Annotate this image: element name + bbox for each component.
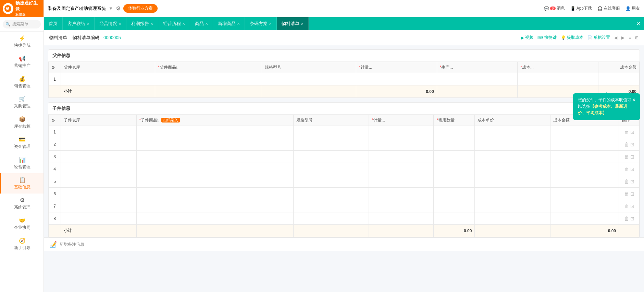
cell-child-unit-cost[interactable] <box>475 200 550 212</box>
cell-child-spec[interactable] <box>293 126 369 138</box>
shortcuts-action[interactable]: ⌨ 快捷键 <box>537 35 557 40</box>
view-toggle[interactable]: ≡ <box>629 35 631 40</box>
cell-child-product[interactable] <box>136 212 293 225</box>
cell-child-unit[interactable] <box>369 175 434 188</box>
cell-child-cost-amount[interactable] <box>550 200 619 212</box>
copy-icon[interactable]: ⊡ <box>630 142 634 147</box>
delete-icon[interactable]: 🗑 <box>624 142 629 147</box>
cell-child-warehouse[interactable] <box>61 175 137 188</box>
delete-icon[interactable]: 🗑 <box>624 203 629 209</box>
cell-child-product[interactable] <box>136 188 293 200</box>
cell-child-spec[interactable] <box>293 175 369 188</box>
app-download-item[interactable]: 📱 App下载 <box>570 5 592 11</box>
sidebar-item-purchase[interactable]: 🛒 采购管理 <box>0 92 44 113</box>
cell-child-product[interactable] <box>136 138 293 151</box>
close-icon[interactable]: ✕ <box>119 22 121 26</box>
cell-child-unit[interactable] <box>369 126 434 138</box>
search-bar[interactable]: 🔍 搜索菜单 <box>3 20 41 28</box>
dropdown-arrow[interactable]: ▼ <box>109 6 113 11</box>
sidebar-item-system[interactable]: ⚙ 系统管理 <box>0 194 44 214</box>
tab-products[interactable]: 商品✕ <box>190 17 213 30</box>
close-icon[interactable]: ✕ <box>237 22 240 26</box>
cell-child-quantity[interactable] <box>434 200 475 212</box>
copy-icon[interactable]: ⊡ <box>630 154 634 160</box>
cell-child-cost-amount[interactable] <box>550 138 619 151</box>
cell-child-product[interactable] <box>136 126 293 138</box>
cell-child-product[interactable] <box>136 200 293 212</box>
sidebar-item-finance[interactable]: 💳 资金管理 <box>0 133 44 153</box>
delete-icon[interactable]: 🗑 <box>624 154 629 160</box>
cell-child-unit-cost[interactable] <box>475 212 550 225</box>
cell-child-unit[interactable] <box>369 151 434 163</box>
cell-child-warehouse[interactable] <box>61 200 137 212</box>
cell-produce[interactable] <box>437 73 518 85</box>
cell-child-cost-amount[interactable] <box>550 175 619 188</box>
delete-icon[interactable]: 🗑 <box>624 129 629 135</box>
cell-warehouse[interactable] <box>61 73 155 85</box>
copy-icon[interactable]: ⊡ <box>630 166 634 172</box>
cell-child-cost-amount[interactable] <box>550 163 619 175</box>
extract-cost-action[interactable]: 💡 提取成本 <box>561 35 583 40</box>
sidebar-item-sales[interactable]: 💰 销售管理 <box>0 72 44 92</box>
cell-child-unit-cost[interactable] <box>475 151 550 163</box>
delete-icon[interactable]: 🗑 <box>624 179 629 184</box>
cell-cost[interactable] <box>518 73 598 85</box>
th-child-settings[interactable]: ⚙ <box>49 115 61 126</box>
close-icon[interactable]: ✕ <box>182 22 185 26</box>
cell-child-product[interactable] <box>136 163 293 175</box>
close-icon[interactable]: ✕ <box>150 22 153 26</box>
cell-child-spec[interactable] <box>293 200 369 212</box>
sidebar-item-quicknav[interactable]: ⚡ 快捷导航 <box>0 32 44 52</box>
delete-icon[interactable]: 🗑 <box>624 166 629 172</box>
cell-child-warehouse[interactable] <box>61 212 137 225</box>
message-item[interactable]: 💬 6 消息 <box>544 5 565 11</box>
cell-child-spec[interactable] <box>293 212 369 225</box>
tab-operations[interactable]: 经营情况✕ <box>95 17 126 30</box>
cell-child-warehouse[interactable] <box>61 188 137 200</box>
tab-new-product[interactable]: 新增商品✕ <box>213 17 245 30</box>
cell-child-spec[interactable] <box>293 138 369 151</box>
tab-history[interactable]: 经营历程✕ <box>158 17 190 30</box>
cell-child-quantity[interactable] <box>434 188 475 200</box>
cell-child-unit[interactable] <box>369 200 434 212</box>
cell-child-quantity[interactable] <box>434 175 475 188</box>
cell-child-quantity[interactable] <box>434 138 475 151</box>
cell-child-unit-cost[interactable] <box>475 163 550 175</box>
sidebar-item-guide[interactable]: 🧭 新手引导 <box>0 234 44 254</box>
cell-child-spec[interactable] <box>293 163 369 175</box>
delete-icon[interactable]: 🗑 <box>624 216 629 221</box>
cell-child-spec[interactable] <box>293 151 369 163</box>
nav-prev[interactable]: ◀ <box>614 35 617 40</box>
nav-next[interactable]: ▶ <box>621 35 624 40</box>
cell-child-warehouse[interactable] <box>61 151 137 163</box>
cell-child-unit[interactable] <box>369 138 434 151</box>
cell-child-product[interactable] <box>136 175 293 188</box>
cell-child-product[interactable] <box>136 151 293 163</box>
sidebar-item-collab[interactable]: 🤝 企业协同 <box>0 214 44 234</box>
close-icon[interactable]: ✕ <box>205 22 208 26</box>
cell-child-unit-cost[interactable] <box>475 175 550 188</box>
close-icon[interactable]: ✕ <box>269 22 272 26</box>
cell-cost-amount[interactable] <box>598 73 640 85</box>
sidebar-item-basics[interactable]: 📋 基础信息 <box>0 173 44 194</box>
trial-button[interactable]: 体验行业方案 <box>123 4 158 13</box>
tab-bom[interactable]: 物料清单✕ <box>277 17 309 30</box>
cell-child-warehouse[interactable] <box>61 163 137 175</box>
copy-icon[interactable]: ⊡ <box>630 203 634 209</box>
cell-child-quantity[interactable] <box>434 151 475 163</box>
cell-child-unit[interactable] <box>369 212 434 225</box>
expand-icon[interactable]: ⊞ <box>635 35 639 40</box>
copy-icon[interactable]: ⊡ <box>630 191 634 197</box>
bottom-bar-text[interactable]: 新增备注信息 <box>60 242 84 247</box>
close-icon[interactable]: ✕ <box>301 22 304 26</box>
cell-child-cost-amount[interactable] <box>550 212 619 225</box>
cell-child-quantity[interactable] <box>434 126 475 138</box>
tooltip-close[interactable]: × <box>633 97 635 103</box>
cell-child-unit-cost[interactable] <box>475 188 550 200</box>
online-support-item[interactable]: 🎧 在线客服 <box>597 5 620 11</box>
copy-icon[interactable]: ⊡ <box>630 216 634 221</box>
cell-child-cost-amount[interactable] <box>550 126 619 138</box>
th-settings[interactable]: ⚙ <box>49 62 61 73</box>
cell-child-warehouse[interactable] <box>61 138 137 151</box>
tab-barcode[interactable]: 条码方案✕ <box>245 17 277 30</box>
